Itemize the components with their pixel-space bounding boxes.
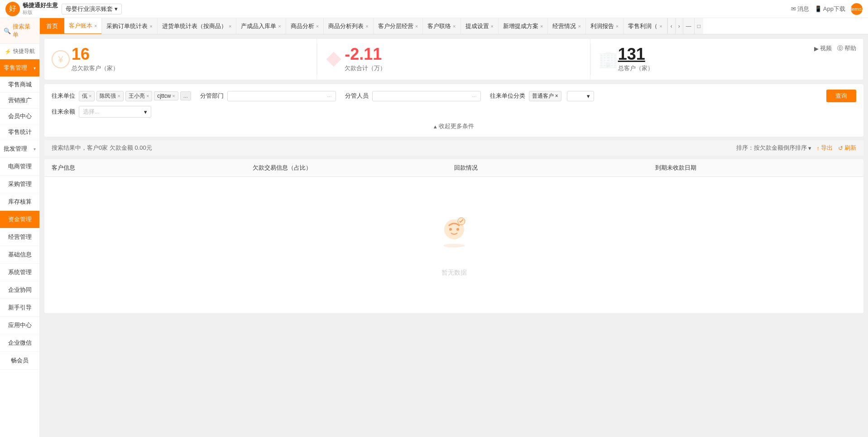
chevron-down-icon: ▾ [115, 5, 118, 12]
sidebar-item-inventory[interactable]: 库存核算 [0, 193, 39, 211]
app-download-btn[interactable]: 📱 App下载 [815, 5, 845, 13]
sidebar-item-inventory-label: 库存核算 [8, 198, 32, 205]
tab-retail-profit-close[interactable]: × [659, 24, 662, 29]
stat-label-1: 总欠款客户（家） [72, 64, 307, 72]
empty-icon [436, 213, 472, 258]
classify-tag-normal-text: 普通客户 [532, 92, 554, 100]
classify-dropdown[interactable]: ▾ [567, 91, 594, 101]
tab-incoming-stats-close[interactable]: × [229, 24, 231, 29]
message-label: 消息 [797, 5, 809, 13]
tab-profit-report-label: 利润报告 [590, 22, 614, 30]
filter-tag-wa-remove[interactable]: × [89, 93, 91, 99]
stat-total-debt: -2.11 欠款合计（万） [317, 39, 590, 80]
sidebar-item-ecommerce[interactable]: 电商管理 [0, 158, 39, 176]
search-menu-btn[interactable]: 🔍 搜索菜单 [0, 18, 39, 44]
tab-profit-report[interactable]: 利润报告 × [586, 18, 623, 34]
svg-point-3 [456, 228, 459, 231]
tab-profit-report-close[interactable]: × [616, 24, 619, 29]
filter-tag-cjttcw-remove[interactable]: × [172, 93, 175, 99]
filter-tag-chen-text: 陈民强 [100, 92, 116, 100]
balance-placeholder: 选择... [83, 108, 100, 116]
tab-purchase-order-close[interactable]: × [149, 24, 152, 29]
more-tags-btn[interactable]: ... [180, 91, 191, 100]
tab-retail-profit[interactable]: 零售利润（ × [623, 18, 667, 34]
tab-product-inbound-close[interactable]: × [278, 24, 281, 29]
chevron-up-icon: ▴ [434, 123, 437, 130]
filter-tag-chen-remove[interactable]: × [117, 93, 120, 99]
tab-raise-settings-close[interactable]: × [491, 24, 494, 29]
tab-window-min-btn[interactable]: — [683, 18, 694, 34]
sidebar-item-retail-mall[interactable]: 零售商城 [0, 77, 39, 93]
department-label: 分管部门 [200, 92, 224, 100]
sidebar-item-wholesale[interactable]: 批发管理 ▾ [0, 140, 39, 158]
department-dropdown[interactable]: ··· [227, 91, 336, 101]
tab-customer-close[interactable]: × [94, 23, 97, 28]
sidebar-item-app-center[interactable]: 应用中心 [0, 317, 39, 334]
filter-tag-wang-remove[interactable]: × [146, 93, 149, 99]
sort-btn[interactable]: 排序：按欠款金额倒序排序 ▾ [736, 144, 811, 152]
logo-icon: 好 [5, 2, 20, 16]
unit-classify-tags: 普通客户 × [529, 91, 561, 101]
query-button[interactable]: 查询 [826, 90, 856, 102]
stat-icon-3: 🏢 [598, 50, 619, 69]
sidebar-item-enterprise-wechat[interactable]: 企业微信 [0, 334, 39, 352]
tab-next-btn[interactable]: › [675, 18, 683, 34]
export-icon: ↑ [817, 145, 820, 152]
sidebar-item-purchase[interactable]: 采购管理 [0, 176, 39, 193]
table-col-repay: 回款情况 [454, 164, 655, 172]
tab-home[interactable]: 首页 [40, 18, 64, 34]
tab-customer-segment[interactable]: 客户分层经营 × [374, 18, 423, 34]
tab-incoming-stats[interactable]: 进货单统计表（按商品） × [158, 18, 236, 34]
window-max-icon: □ [697, 23, 700, 29]
stat-label-3: 总客户（家） [618, 64, 854, 72]
sidebar-item-marketing[interactable]: 营销推广 [0, 93, 39, 109]
avatar[interactable]: demo2 [851, 3, 863, 15]
collapse-btn[interactable]: ▴ 收起更多条件 [52, 121, 856, 131]
top-right-actions: ▶ ▶ 视频 ⓪ 帮助 [814, 44, 856, 52]
tab-product-analysis-list-label: 商品分析列表 [328, 22, 364, 30]
classify-tag-normal-remove[interactable]: × [555, 93, 558, 99]
sidebar-item-system[interactable]: 系统管理 [0, 264, 39, 281]
refresh-btn[interactable]: ↺ 刷新 [838, 144, 856, 152]
tab-window-max-btn[interactable]: □ [694, 18, 703, 34]
company-selector[interactable]: 母婴行业演示账套 ▾ [62, 4, 122, 14]
tab-product-analysis-list-close[interactable]: × [365, 24, 368, 29]
tab-product-analysis-close[interactable]: × [316, 24, 319, 29]
tab-operation[interactable]: 经营情况 × [548, 18, 585, 34]
sidebar-item-retail[interactable]: 零售管理 ▾ [0, 59, 39, 77]
export-btn[interactable]: ↑ 导出 [817, 144, 833, 152]
filter-tag-wa-text: 佤 [82, 92, 87, 100]
person-label: 分管人员 [345, 92, 369, 100]
help-btn[interactable]: ⓪ 帮助 [837, 44, 856, 52]
tab-product-analysis[interactable]: 商品分析 × [286, 18, 324, 34]
stat-icon-2 [325, 50, 343, 68]
person-dropdown[interactable]: ··· [372, 91, 481, 101]
classify-tag-normal: 普通客户 × [529, 91, 561, 101]
tab-purchase-order[interactable]: 采购订单统计表 × [102, 18, 157, 34]
arrow-left-icon: ‹ [671, 23, 672, 29]
sidebar-item-finance[interactable]: 资金管理 [0, 211, 39, 228]
tab-operation-close[interactable]: × [578, 24, 580, 29]
quick-nav-btn[interactable]: ⚡ 快捷导航 [0, 44, 39, 59]
sidebar-item-vip-member[interactable]: 畅会员 [0, 352, 39, 370]
sidebar-item-basic-info[interactable]: 基础信息 [0, 246, 39, 264]
message-btn[interactable]: ✉ 消息 [791, 5, 809, 13]
header-left: 好 畅捷通好生意 标版 母婴行业演示账套 ▾ [5, 2, 122, 16]
tab-new-raise-plan-close[interactable]: × [540, 24, 543, 29]
balance-dropdown[interactable]: 选择... ▾ [79, 106, 151, 118]
sidebar-item-enterprise[interactable]: 企业协同 [0, 281, 39, 299]
tab-customer-contact-close[interactable]: × [453, 24, 456, 29]
tab-prev-btn[interactable]: ‹ [667, 18, 675, 34]
tab-raise-settings[interactable]: 提成设置 × [461, 18, 499, 34]
sidebar-item-retail-stats[interactable]: 零售统计 [0, 124, 39, 140]
sidebar-item-new-guide[interactable]: 新手引导 [0, 299, 39, 317]
sidebar-item-operation-mgmt[interactable]: 经营管理 [0, 228, 39, 246]
tab-customer-segment-close[interactable]: × [415, 24, 418, 29]
tab-product-analysis-list[interactable]: 商品分析列表 × [324, 18, 373, 34]
tab-customer-contact[interactable]: 客户联络 × [423, 18, 460, 34]
tab-customer[interactable]: 客户账本 × [64, 18, 102, 34]
sidebar-item-member[interactable]: 会员中心 [0, 109, 39, 124]
tab-new-raise-plan[interactable]: 新增提成方案 × [499, 18, 548, 34]
tab-product-inbound[interactable]: 产成品入库单 × [236, 18, 286, 34]
video-btn[interactable]: ▶ ▶ 视频 [814, 44, 832, 52]
